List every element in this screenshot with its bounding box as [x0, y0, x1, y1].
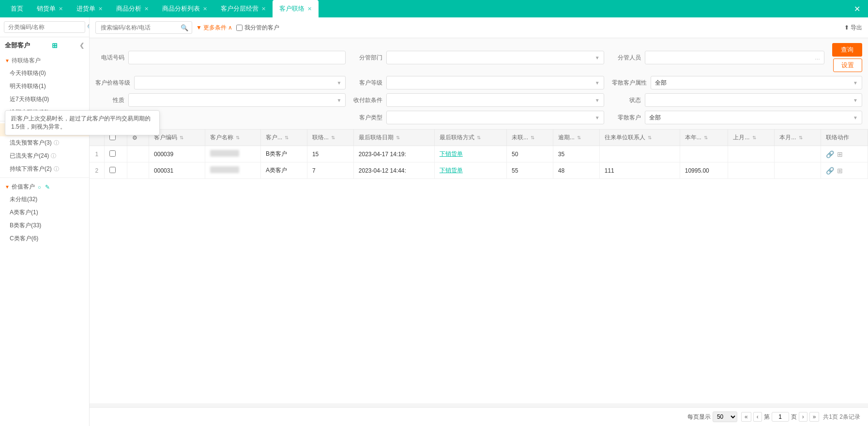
- sidebar-item-7days[interactable]: 近7天待联络(0): [0, 93, 89, 106]
- sidebar-item-c-class[interactable]: C类客户(6): [0, 232, 89, 245]
- row-checkbox-1[interactable]: [104, 146, 127, 162]
- retail-attr-select[interactable]: 全部 ▼: [651, 76, 862, 89]
- sidebar-item-a-class[interactable]: A类客户(1): [0, 206, 89, 219]
- customer-level-select[interactable]: ▼: [386, 76, 604, 89]
- customer-type-label: 客户类型: [353, 114, 382, 122]
- th-this-year: 本年... ⇅: [680, 130, 728, 146]
- scroll-inner: [90, 403, 670, 404]
- nav-item-home[interactable]: 首页: [4, 0, 30, 17]
- nav-item-customer-tier[interactable]: 客户分层经营 ✕: [214, 0, 273, 17]
- row-overdue-2: 48: [553, 162, 599, 179]
- status-select[interactable]: ▼: [645, 93, 862, 107]
- sidebar-collapse-icon[interactable]: ❮: [79, 42, 84, 49]
- nav-close-customer-tier[interactable]: ✕: [261, 0, 266, 17]
- filter-row-price-level: 客户价格等级 ▼: [95, 76, 346, 89]
- query-button[interactable]: 查询: [832, 43, 862, 57]
- sidebar-item-tomorrow[interactable]: 明天待联络(1): [0, 80, 89, 93]
- search-input[interactable]: [95, 21, 192, 34]
- nav-close-all-button[interactable]: ✕: [850, 4, 864, 14]
- blurred-name-2: [210, 166, 239, 173]
- price-level-label: 客户价格等级: [95, 79, 130, 87]
- row-method-2[interactable]: 下销货单: [434, 162, 506, 179]
- method-link-2[interactable]: 下销货单: [440, 167, 463, 174]
- nav-item-analysis-list[interactable]: 商品分析列表 ✕: [155, 0, 214, 17]
- search-bar-icon[interactable]: 🔍: [181, 24, 188, 31]
- department-select[interactable]: ▼: [386, 51, 604, 64]
- sidebar-item-b-class[interactable]: B类客户(33): [0, 219, 89, 232]
- retail-customer-caret: ▼: [853, 115, 858, 120]
- row-checkbox-2[interactable]: [104, 162, 127, 179]
- sidebar-divider-2: [0, 177, 89, 178]
- row-contacts-1: [599, 146, 680, 162]
- nav-item-analysis[interactable]: 商品分析 ✕: [109, 0, 155, 17]
- sidebar-item-today[interactable]: 今天待联络(0): [0, 67, 89, 80]
- last-month-sort-icon: ⇅: [752, 135, 756, 140]
- row-last-month-2: [728, 162, 775, 179]
- nav-close-sales[interactable]: ✕: [59, 0, 63, 17]
- per-page-selector: 每页显示 50 100 200: [687, 411, 737, 422]
- more-filter-btn[interactable]: ▼ 更多条件 ∧: [196, 24, 232, 32]
- my-customers-checkbox-label[interactable]: 我分管的客户: [236, 24, 279, 32]
- sidebar-item-declining[interactable]: 持续下滑客户(2) ⓘ: [0, 162, 89, 176]
- gender-select[interactable]: ▼: [128, 93, 346, 107]
- nav-close-analysis-list[interactable]: ✕: [203, 0, 207, 17]
- nav-close-purchase[interactable]: ✕: [98, 0, 103, 17]
- link-icon-1[interactable]: 🔗: [826, 150, 834, 158]
- all-customers-title: 全部客户 ⊞ ❮: [0, 37, 89, 54]
- nav-close-analysis[interactable]: ✕: [144, 0, 149, 17]
- price-level-select[interactable]: ▼: [134, 76, 346, 89]
- row-method-1[interactable]: 下销货单: [434, 146, 506, 162]
- loss-info-icon[interactable]: ⓘ: [54, 139, 59, 147]
- already-lost-info-icon[interactable]: ⓘ: [51, 152, 56, 160]
- customer-type-select[interactable]: ▼: [386, 111, 604, 124]
- method-sort-icon: ⇅: [477, 135, 481, 140]
- payment-caret: ▼: [595, 98, 600, 103]
- export-button[interactable]: ⬆ 导出: [844, 24, 862, 32]
- sidebar-grid-icon: ⊞: [52, 42, 58, 49]
- date-sort-icon: ⇅: [396, 135, 400, 140]
- manager-select[interactable]: …: [645, 51, 824, 64]
- contact-sort-icon: ⇅: [331, 135, 335, 140]
- next-page-button[interactable]: ›: [799, 412, 807, 422]
- top-navigation: 首页 销货单 ✕ 进货单 ✕ 商品分析 ✕ 商品分析列表 ✕ 客户分层经营 ✕ …: [0, 0, 868, 17]
- retail-attr-value: 全部: [655, 79, 667, 87]
- sidebar-item-loss-warning[interactable]: 流失预警客户(3) ⓘ: [0, 136, 89, 149]
- sidebar-item-already-lost[interactable]: 已流失客户(24) ⓘ: [0, 149, 89, 162]
- my-customers-checkbox[interactable]: [236, 25, 243, 31]
- nav-item-purchase[interactable]: 进货单 ✕: [70, 0, 109, 17]
- row-overdue-1: 35: [553, 146, 599, 162]
- method-link-1[interactable]: 下销货单: [440, 150, 463, 157]
- export-label: 导出: [851, 24, 862, 32]
- nav-close-customer-contact[interactable]: ✕: [307, 0, 312, 17]
- grid-icon-1[interactable]: ⊞: [837, 150, 843, 158]
- horizontal-scrollbar[interactable]: [90, 403, 868, 407]
- sidebar-search-input[interactable]: [4, 21, 85, 33]
- prev-page-button[interactable]: ‹: [753, 412, 762, 422]
- retail-customer-select[interactable]: 全部 ▼: [645, 111, 862, 124]
- per-page-select[interactable]: 50 100 200: [713, 411, 737, 422]
- pagination: 每页显示 50 100 200 « ‹ 第 页 › » 共1页 2条记录: [90, 407, 868, 426]
- grid-icon-2[interactable]: ⊞: [837, 167, 843, 175]
- settings-button[interactable]: 设置: [833, 59, 862, 72]
- manager-dots: …: [815, 55, 820, 60]
- row-date-1: 2023-04-17 14:19:: [353, 146, 434, 162]
- row-actions-2: 🔗 ⊞: [821, 162, 868, 179]
- nav-label-customer-tier: 客户分层经营: [221, 0, 259, 17]
- link-icon-2[interactable]: 🔗: [826, 167, 834, 175]
- value-circle-icon[interactable]: ○: [38, 184, 41, 190]
- th-overdue: 逾期... ⇅: [553, 130, 599, 146]
- phone-input[interactable]: [128, 51, 346, 64]
- nav-item-sales[interactable]: 销货单 ✕: [30, 0, 70, 17]
- page-number-input[interactable]: [772, 412, 789, 422]
- value-edit-icon[interactable]: ✎: [45, 184, 50, 191]
- row-spacer-1: [127, 146, 149, 162]
- declining-info-icon[interactable]: ⓘ: [54, 165, 59, 173]
- pending-group-label: 待联络客户: [12, 57, 41, 65]
- first-page-button[interactable]: «: [741, 412, 751, 422]
- payment-select[interactable]: ▼: [386, 93, 604, 107]
- row-code-1: 000039: [149, 146, 205, 162]
- customer-level-label: 客户等级: [353, 79, 382, 87]
- sidebar-item-ungrouped[interactable]: 未分组(32): [0, 193, 89, 206]
- nav-item-customer-contact[interactable]: 客户联络 ✕: [273, 0, 319, 17]
- last-page-button[interactable]: »: [809, 412, 820, 422]
